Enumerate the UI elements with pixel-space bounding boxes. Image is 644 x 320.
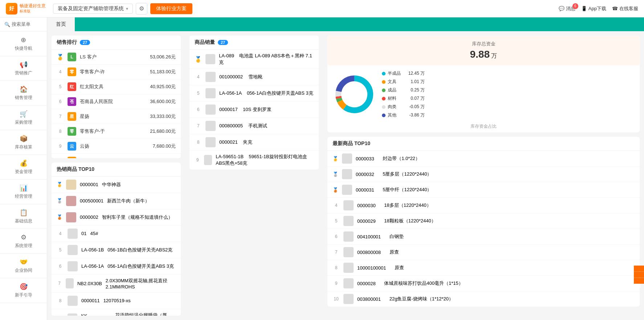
list-item: 9 KK-SD22110H 花语萌恒温分腿睡袋（厚款）	[52, 309, 181, 316]
rank-medal-icon: 🥉	[57, 214, 62, 220]
legend-color-dot	[382, 89, 386, 92]
product-thumbnail	[66, 180, 76, 190]
settings-button[interactable]: ⚙	[136, 3, 147, 15]
rank-number: 5	[57, 84, 64, 89]
home-icon: ⊕	[21, 36, 26, 44]
product-info: LA-59651-1B 59651-1B旋转投影灯电池盒ABS黑色+58克	[216, 153, 314, 167]
message-button[interactable]: 💬 消息 6	[559, 5, 575, 12]
logo-icon: 好	[6, 3, 17, 15]
app-download-button[interactable]: 📱 App下载	[581, 5, 606, 12]
sidebar-item-quick-nav[interactable]: ⊕ 快捷导航	[0, 32, 47, 56]
product-code: 0000002	[80, 214, 98, 220]
sidebar-item-guide[interactable]: 🎯 新手引导	[0, 278, 47, 303]
list-item: 6 苍 苍南县人民医院 36,600.00元	[52, 94, 181, 109]
inventory-total-label: 库存总资金	[333, 41, 635, 47]
customer-amount: 40,925.00元	[150, 83, 176, 90]
product-code: 000800005	[219, 123, 243, 128]
logo-sub: 标准版	[20, 9, 46, 14]
customers-count-badge: 27	[80, 40, 90, 45]
legend-value: -3.86 万	[403, 112, 425, 118]
list-item: 5 LA-056-1B 056-1B白色按键开关壳ABS2克	[52, 242, 181, 258]
product-thumbnail	[68, 245, 78, 255]
customer-amount: 7,680.00元	[152, 143, 176, 149]
search-menu-label: 搜索菜单	[12, 21, 30, 28]
trial-button[interactable]: 体验行业方案	[150, 3, 192, 14]
panel-customers: 销售排行 27 🥇 L LS 客户 53,006.26元 4	[47, 31, 185, 320]
sidebar-label-system: 系统管理	[15, 243, 32, 249]
sidebar-item-purchase[interactable]: 🛒 采购管理	[0, 106, 47, 130]
list-item: 8 10000100001 原查	[327, 260, 640, 276]
search-menu[interactable]: 🔍 搜索菜单	[0, 17, 47, 32]
page-content: 销售排行 27 🥇 L LS 客户 53,006.26元 4	[47, 31, 644, 320]
avatar: 档	[68, 157, 76, 158]
sidebar-item-system[interactable]: ⚙ 系统管理	[0, 229, 47, 254]
list-item: 🥈 0000032 5厘多层（1220*2440）	[327, 167, 640, 182]
product-code: 0000033	[356, 156, 374, 161]
product-thumbnail	[205, 104, 216, 115]
product-name: 原查	[390, 249, 399, 255]
list-item: 10 档 档总 7,563.00元	[52, 154, 181, 158]
list-item: 5 LA-056-1A 056-1A白色按键开关盖ABS 3克	[189, 85, 319, 102]
legend-label: 文具	[388, 79, 401, 85]
list-item: 4 0000030 18多层（1220*2440）	[327, 198, 640, 213]
sidebar-item-marketing[interactable]: 📢 营销推广	[0, 56, 47, 81]
sidebar-item-enterprise[interactable]: 🤝 企业协同	[0, 254, 47, 278]
sidebar-item-basics[interactable]: 📋 基础信息	[0, 204, 47, 229]
legend-value: 0.25 万	[403, 87, 425, 93]
online-service-button[interactable]: ☎ 在线客服	[612, 5, 638, 12]
product-code: 004100001	[357, 234, 381, 239]
product-code: 0000028	[357, 281, 376, 286]
sidebar-item-finance[interactable]: 💰 资金管理	[0, 155, 47, 180]
tab-home[interactable]: 首页	[47, 17, 75, 31]
list-item: 9 0000028 体城蔗核味苏打饮品400毫升（1*15）	[327, 276, 640, 291]
product-name: 056-1B白色按键开关壳ABS2克	[107, 247, 172, 253]
product-thumbnail	[343, 216, 354, 226]
sidebar-item-operations[interactable]: 📊 经营管理	[0, 180, 47, 204]
customer-name: 档总	[80, 158, 149, 158]
product-name: 白钢垫	[390, 233, 404, 240]
chevron-down-icon: ▾	[126, 6, 128, 11]
top-customers-header: 销售排行 27	[52, 36, 181, 50]
legend-item: 肉类 -0.05 万	[382, 104, 425, 110]
legend-item: 半成品 12.45 万	[382, 70, 425, 77]
product-name: 原查	[395, 264, 404, 271]
sidebar-item-inventory[interactable]: 📦 库存核算	[0, 130, 47, 155]
product-info: 0000017 10S 变刹罗浆	[219, 106, 272, 113]
product-code: 0000017	[219, 107, 238, 112]
list-item: 6 LA-056-1A 056-1A白色按键开关盖ABS 3克	[52, 258, 181, 275]
product-info: 0000021 夹克	[219, 139, 252, 145]
app-download-label: App下载	[588, 5, 606, 12]
search-icon: 🔍	[4, 22, 10, 27]
rank-number: 8	[57, 129, 64, 134]
system-selector: 装备及固定资产辅助管理系统 ▾ ⚙ 体验行业方案	[53, 3, 559, 15]
product-name: 5厘多层（1220*2440）	[383, 171, 432, 177]
product-code: 0000030	[357, 203, 376, 208]
product-code: NB2.0X30B	[77, 281, 102, 286]
rank-number: 9	[333, 281, 340, 286]
sidebar-label-inventory: 库存核算	[15, 144, 32, 150]
sidebar-label-basics: 基础信息	[15, 218, 32, 224]
product-code: 0000001	[80, 182, 98, 187]
list-item: 9 云 云扬 7,680.00元	[52, 139, 181, 154]
product-code: LA-056-1A	[81, 263, 104, 269]
product-name: 中华神器	[102, 181, 121, 188]
system-name-display[interactable]: 装备及固定资产辅助管理系统 ▾	[53, 4, 133, 14]
sidebar-item-sales[interactable]: 🏠 销售管理	[0, 81, 47, 106]
system-icon: ⚙	[21, 233, 27, 241]
float-btn-community[interactable]: 服务社区	[634, 272, 644, 278]
enterprise-icon: 🤝	[20, 258, 28, 266]
product-info: LA-089 电池盖 LA-089 ABS本色＋黑种 7.1克	[219, 53, 314, 66]
rank-number: 4	[195, 74, 202, 79]
avatar: 红	[68, 82, 76, 91]
product-name: 体城蔗核味苏打饮品400毫升（1*15）	[384, 280, 463, 287]
product-thumbnail	[68, 229, 78, 239]
float-btn-live[interactable]: 直播	[634, 278, 644, 284]
rank-number: 7	[57, 114, 64, 119]
hot-products-body: 🥇 0000001 中华神器 🥈 000500001 新西兰牛肉（新牛）	[52, 177, 181, 316]
customer-name: 星扬	[80, 113, 146, 120]
tab-home-label: 首页	[56, 21, 66, 27]
list-item: 7 000800008 原查	[327, 245, 640, 260]
topbar: 好 畅捷通好生意 标准版 装备及固定资产辅助管理系统 ▾ ⚙ 体验行业方案 💬 …	[0, 0, 644, 17]
latest-products-body: 🥇 0000033 封边带（1.0*22） 🥈 0000032 5厘多层（122	[327, 151, 640, 307]
float-btn-service[interactable]: 客服热线	[634, 266, 644, 272]
